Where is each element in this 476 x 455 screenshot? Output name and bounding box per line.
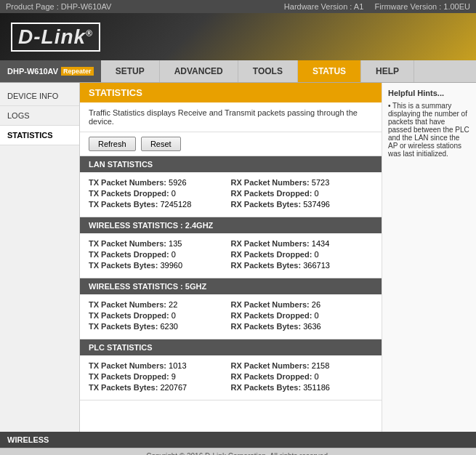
sidebar-item-device-info[interactable]: DEVICE INFO bbox=[0, 86, 79, 106]
tab-setup[interactable]: SETUP bbox=[101, 60, 160, 82]
wireless24-statistics-section: WIRELESS STATISTICS : 2.4GHZ TX Packet N… bbox=[80, 217, 382, 278]
header: D-Link® bbox=[0, 13, 476, 60]
lan-row-1: TX Packet Numbers: 5926 RX Packet Number… bbox=[89, 178, 373, 187]
lan-rx-bytes: RX Packets Bytes: 537496 bbox=[231, 200, 374, 209]
device-name-nav: DHP-W610AV Repeater bbox=[0, 60, 101, 82]
plc-row-1: TX Packet Numbers: 1013 RX Packet Number… bbox=[89, 361, 373, 370]
copyright: Copyright © 2016 D-Link Corporation. All… bbox=[0, 448, 476, 455]
lan-row-3: TX Packets Bytes: 7245128 RX Packets Byt… bbox=[89, 200, 373, 209]
version-info: Hardware Version : A1 Firmware Version :… bbox=[284, 2, 470, 11]
w5-rx-packets: RX Packet Numbers: 26 bbox=[231, 300, 374, 309]
plc-statistics-body: TX Packet Numbers: 1013 RX Packet Number… bbox=[80, 355, 382, 400]
plc-row-3: TX Packets Bytes: 220767 RX Packets Byte… bbox=[89, 383, 373, 392]
plc-tx-dropped: TX Packets Dropped: 9 bbox=[89, 372, 231, 381]
plc-statistics-header: PLC STATISTICS bbox=[80, 339, 382, 355]
lan-statistics-section: LAN STATISTICS TX Packet Numbers: 5926 R… bbox=[80, 156, 382, 217]
w24-row-1: TX Packet Numbers: 135 RX Packet Numbers… bbox=[89, 239, 373, 248]
footer-bar: WIRELESS bbox=[0, 432, 476, 448]
w24-rx-bytes: RX Packets Bytes: 366713 bbox=[231, 261, 374, 270]
footer-label: WIRELESS bbox=[7, 435, 49, 444]
reset-button[interactable]: Reset bbox=[141, 137, 181, 151]
lan-rx-packets: RX Packet Numbers: 5723 bbox=[231, 178, 374, 187]
lan-statistics-header: LAN STATISTICS bbox=[80, 156, 382, 172]
top-bar: Product Page : DHP-W610AV Hardware Versi… bbox=[0, 0, 476, 13]
refresh-button[interactable]: Refresh bbox=[89, 137, 136, 151]
lan-tx-dropped: TX Packets Dropped: 0 bbox=[89, 189, 231, 198]
sidebar-item-logs[interactable]: LOGS bbox=[0, 106, 79, 126]
w24-row-2: TX Packets Dropped: 0 RX Packets Dropped… bbox=[89, 250, 373, 259]
tab-tools[interactable]: TOOLS bbox=[238, 60, 298, 82]
w5-tx-dropped: TX Packets Dropped: 0 bbox=[89, 311, 231, 320]
tab-status[interactable]: STATUS bbox=[298, 60, 361, 82]
plc-rx-bytes: RX Packets Bytes: 351186 bbox=[231, 383, 374, 392]
plc-tx-packets: TX Packet Numbers: 1013 bbox=[89, 361, 231, 370]
content-title: STATISTICS bbox=[80, 83, 382, 102]
w5-tx-bytes: TX Packets Bytes: 6230 bbox=[89, 322, 231, 331]
plc-tx-bytes: TX Packets Bytes: 220767 bbox=[89, 383, 231, 392]
wireless5-statistics-body: TX Packet Numbers: 22 RX Packet Numbers:… bbox=[80, 294, 382, 339]
nav-bar: DHP-W610AV Repeater SETUP ADVANCED TOOLS… bbox=[0, 60, 476, 83]
nav-tabs: SETUP ADVANCED TOOLS STATUS HELP bbox=[101, 60, 476, 82]
w24-rx-dropped: RX Packets Dropped: 0 bbox=[231, 250, 374, 259]
main-layout: DEVICE INFO LOGS STATISTICS STATISTICS T… bbox=[0, 83, 476, 432]
plc-rx-packets: RX Packet Numbers: 2158 bbox=[231, 361, 374, 370]
wireless24-statistics-body: TX Packet Numbers: 135 RX Packet Numbers… bbox=[80, 233, 382, 278]
w5-row-1: TX Packet Numbers: 22 RX Packet Numbers:… bbox=[89, 300, 373, 309]
help-text: • This is a summary displaying the numbe… bbox=[388, 102, 470, 158]
dlink-logo: D-Link® bbox=[11, 23, 100, 52]
sidebar: DEVICE INFO LOGS STATISTICS bbox=[0, 83, 80, 432]
w5-row-2: TX Packets Dropped: 0 RX Packets Dropped… bbox=[89, 311, 373, 320]
w5-row-3: TX Packets Bytes: 6230 RX Packets Bytes:… bbox=[89, 322, 373, 331]
w5-rx-bytes: RX Packets Bytes: 3636 bbox=[231, 322, 374, 331]
tab-help[interactable]: HELP bbox=[361, 60, 414, 82]
button-row: Refresh Reset bbox=[80, 132, 382, 156]
w24-tx-dropped: TX Packets Dropped: 0 bbox=[89, 250, 231, 259]
w24-tx-bytes: TX Packets Bytes: 39960 bbox=[89, 261, 231, 270]
w24-tx-packets: TX Packet Numbers: 135 bbox=[89, 239, 231, 248]
content-area: STATISTICS Traffic Statistics displays R… bbox=[80, 83, 382, 432]
help-panel: Helpful Hints... • This is a summary dis… bbox=[382, 83, 476, 432]
w24-rx-packets: RX Packet Numbers: 1434 bbox=[231, 239, 374, 248]
lan-tx-packets: TX Packet Numbers: 5926 bbox=[89, 178, 231, 187]
w5-rx-dropped: RX Packets Dropped: 0 bbox=[231, 311, 374, 320]
plc-row-2: TX Packets Dropped: 9 RX Packets Dropped… bbox=[89, 372, 373, 381]
sidebar-item-statistics[interactable]: STATISTICS bbox=[0, 126, 79, 145]
lan-rx-dropped: RX Packets Dropped: 0 bbox=[231, 189, 374, 198]
help-title: Helpful Hints... bbox=[388, 89, 470, 97]
product-info: Product Page : DHP-W610AV bbox=[6, 2, 111, 11]
wireless5-statistics-section: WIRELESS STATISTICS : 5GHZ TX Packet Num… bbox=[80, 278, 382, 339]
wireless5-statistics-header: WIRELESS STATISTICS : 5GHZ bbox=[80, 278, 382, 294]
plc-statistics-section: PLC STATISTICS TX Packet Numbers: 1013 R… bbox=[80, 339, 382, 400]
lan-row-2: TX Packets Dropped: 0 RX Packets Dropped… bbox=[89, 189, 373, 198]
lan-statistics-body: TX Packet Numbers: 5926 RX Packet Number… bbox=[80, 172, 382, 217]
w24-row-3: TX Packets Bytes: 39960 RX Packets Bytes… bbox=[89, 261, 373, 270]
plc-rx-dropped: RX Packets Dropped: 0 bbox=[231, 372, 374, 381]
repeater-badge: Repeater bbox=[61, 67, 94, 76]
wireless24-statistics-header: WIRELESS STATISTICS : 2.4GHZ bbox=[80, 217, 382, 233]
w5-tx-packets: TX Packet Numbers: 22 bbox=[89, 300, 231, 309]
lan-tx-bytes: TX Packets Bytes: 7245128 bbox=[89, 200, 231, 209]
tab-advanced[interactable]: ADVANCED bbox=[160, 60, 238, 82]
content-description: Traffic Statistics displays Receive and … bbox=[80, 102, 382, 132]
